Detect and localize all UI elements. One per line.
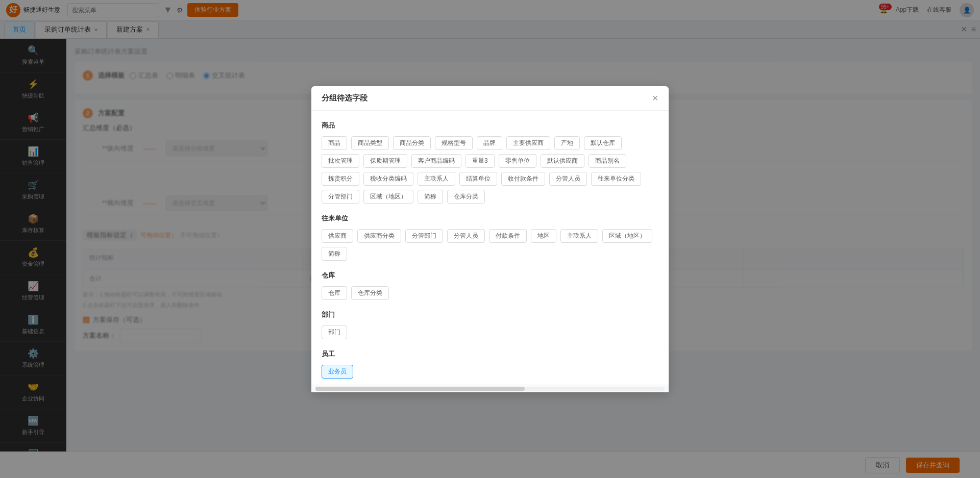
tag-goods-17[interactable]: 主联系人 [418,172,455,186]
section-title-dept: 部门 [322,310,658,319]
tag-warehouse-1[interactable]: 仓库分类 [351,286,389,300]
tag-partner-0[interactable]: 供应商 [322,229,353,243]
tag-goods-10[interactable]: 客户商品编码 [411,154,461,168]
modal-scrollbar-area [311,385,669,392]
tag-grid-dept: 部门 [322,325,658,339]
content-area: 采购订单统计表方案设置 1 选择模板 汇总表 明细表 交叉统计表 [66,39,980,478]
tag-goods-1[interactable]: 商品类型 [351,136,389,150]
horizontal-scrollbar-thumb[interactable] [315,387,525,391]
tag-goods-7[interactable]: 默认仓库 [584,136,622,150]
tag-goods-24[interactable]: 简称 [418,190,443,204]
modal-close-button[interactable]: ✕ [652,93,658,103]
tag-goods-14[interactable]: 商品别名 [589,154,626,168]
tag-staff-0[interactable]: 业务员 [322,365,353,379]
modal-overlay: 分组待选字段 ✕ 商品 商品 商品类型 商品分类 规格型号 品牌 主要供应商 产… [66,39,980,478]
modal-body: 商品 商品 商品类型 商品分类 规格型号 品牌 主要供应商 产地 默认仓库 批次… [311,111,669,385]
section-title-staff: 员工 [322,349,658,359]
tag-goods-13[interactable]: 默认供应商 [541,154,584,168]
tag-goods-8[interactable]: 批次管理 [322,154,359,168]
tag-goods-2[interactable]: 商品分类 [393,136,431,150]
tag-goods-22[interactable]: 分管部门 [322,190,359,204]
modal-header: 分组待选字段 ✕ [311,86,669,111]
tag-partner-8[interactable]: 简称 [322,247,347,261]
tag-goods-9[interactable]: 保质期管理 [363,154,407,168]
section-title-goods: 商品 [322,121,658,130]
tag-goods-21[interactable]: 往来单位分类 [591,172,641,186]
tag-grid-partner: 供应商 供应商分类 分管部门 分管人员 付款条件 地区 主联系人 区域（地区） … [322,229,658,261]
tag-goods-25[interactable]: 仓库分类 [447,190,485,204]
main-layout: 🔍 搜索菜单 ⚡ 快捷导航 📢 营销推广 📊 销售管理 🛒 采购管理 📦 库存核… [0,39,980,478]
tag-partner-3[interactable]: 分管人员 [447,229,485,243]
tag-warehouse-0[interactable]: 仓库 [322,286,347,300]
tag-partner-5[interactable]: 地区 [531,229,556,243]
tag-goods-16[interactable]: 税收分类编码 [363,172,413,186]
tag-partner-7[interactable]: 区域（地区） [602,229,652,243]
tag-partner-2[interactable]: 分管部门 [405,229,443,243]
tag-partner-1[interactable]: 供应商分类 [357,229,401,243]
tag-goods-11[interactable]: 重量3 [465,154,495,168]
horizontal-scrollbar-track[interactable] [315,387,665,391]
tag-goods-4[interactable]: 品牌 [477,136,502,150]
tag-goods-18[interactable]: 结算单位 [459,172,497,186]
tag-goods-3[interactable]: 规格型号 [435,136,473,150]
tag-partner-6[interactable]: 主联系人 [560,229,598,243]
tag-goods-20[interactable]: 分管人员 [549,172,587,186]
tag-grid-warehouse: 仓库 仓库分类 [322,286,658,300]
section-title-partner: 往来单位 [322,214,658,223]
tag-goods-23[interactable]: 区域（地区） [363,190,413,204]
modal-title: 分组待选字段 [322,93,368,103]
tag-partner-4[interactable]: 付款条件 [489,229,527,243]
tag-goods-19[interactable]: 收付款条件 [501,172,545,186]
tag-dept-0[interactable]: 部门 [322,325,347,339]
tag-goods-15[interactable]: 拣货积分 [322,172,359,186]
tag-goods-0[interactable]: 商品 [322,136,347,150]
tag-goods-12[interactable]: 零售单位 [499,154,536,168]
tag-grid-staff: 业务员 [322,365,658,379]
tag-grid-goods: 商品 商品类型 商品分类 规格型号 品牌 主要供应商 产地 默认仓库 批次管理 … [322,136,658,204]
tag-goods-5[interactable]: 主要供应商 [506,136,550,150]
section-title-warehouse: 仓库 [322,271,658,280]
modal-dialog: 分组待选字段 ✕ 商品 商品 商品类型 商品分类 规格型号 品牌 主要供应商 产… [311,86,669,392]
tag-goods-6[interactable]: 产地 [554,136,580,150]
